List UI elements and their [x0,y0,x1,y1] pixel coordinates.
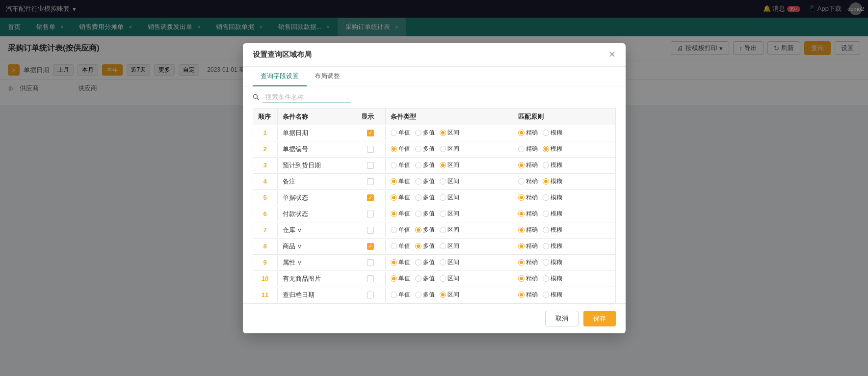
search-input[interactable] [263,91,351,103]
tab-layout-adjust[interactable]: 布局调整 [307,67,348,86]
dialog-tabs: 查询字段设置 布局调整 [243,67,626,86]
svg-line-1 [257,98,259,100]
dialog-overlay: 设置查询区域布局 ✕ 查询字段设置 布局调整 顺序 条件名称 显示 条件类型 匹… [0,0,868,105]
dialog: 设置查询区域布局 ✕ 查询字段设置 布局调整 顺序 条件名称 显示 条件类型 匹… [243,43,626,106]
dialog-title: 设置查询区域布局 [253,50,312,59]
dialog-close-button[interactable]: ✕ [608,50,616,59]
search-icon [253,94,260,101]
svg-point-0 [253,94,257,98]
tab-query-fields[interactable]: 查询字段设置 [253,67,307,86]
dialog-search-area [243,86,626,106]
dialog-header: 设置查询区域布局 ✕ [243,43,626,67]
